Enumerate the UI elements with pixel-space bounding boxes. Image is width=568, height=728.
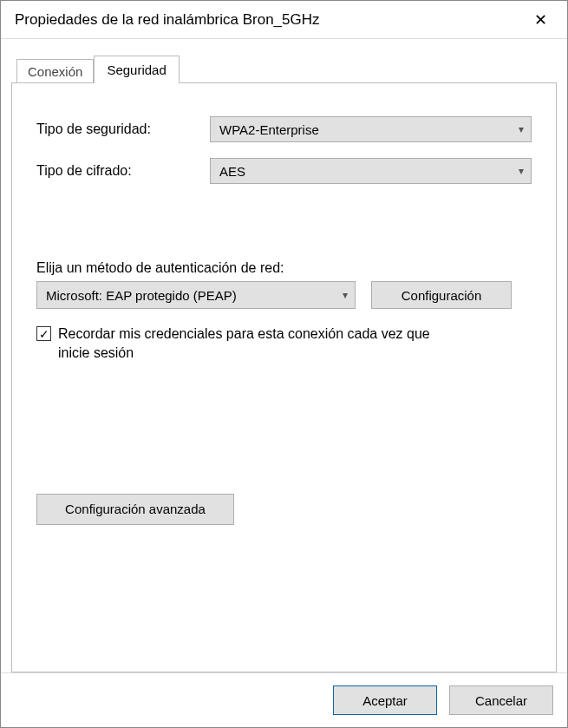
tab-strip: Conexión Seguridad bbox=[16, 55, 557, 82]
row-security-type: Tipo de seguridad: WPA2-Enterprise ▾ bbox=[36, 116, 532, 142]
tab-connection[interactable]: Conexión bbox=[16, 59, 94, 83]
security-type-select[interactable]: WPA2-Enterprise ▾ bbox=[210, 116, 532, 142]
auth-method-value: Microsoft: EAP protegido (PEAP) bbox=[46, 288, 237, 303]
ok-button[interactable]: Aceptar bbox=[333, 685, 437, 715]
remember-credentials-label: Recordar mis credenciales para esta cone… bbox=[58, 325, 431, 364]
tab-panel-security: Tipo de seguridad: WPA2-Enterprise ▾ Tip… bbox=[11, 82, 557, 672]
advanced-settings-button[interactable]: Configuración avanzada bbox=[36, 494, 234, 525]
row-remember-credentials: ✓ Recordar mis credenciales para esta co… bbox=[36, 325, 532, 364]
dialog-footer: Aceptar Cancelar bbox=[1, 672, 567, 727]
dialog-window: Propiedades de la red inalámbrica Bron_5… bbox=[0, 0, 568, 728]
row-encryption: Tipo de cifrado: AES ▾ bbox=[36, 158, 532, 184]
titlebar: Propiedades de la red inalámbrica Bron_5… bbox=[1, 1, 567, 39]
content-area: Conexión Seguridad Tipo de seguridad: WP… bbox=[1, 39, 567, 672]
tab-security[interactable]: Seguridad bbox=[94, 56, 179, 83]
close-icon[interactable]: ✕ bbox=[527, 10, 553, 30]
security-type-value: WPA2-Enterprise bbox=[219, 122, 319, 137]
row-advanced: Configuración avanzada bbox=[36, 494, 532, 525]
auth-method-label: Elija un método de autenticación de red: bbox=[36, 260, 532, 276]
encryption-label: Tipo de cifrado: bbox=[36, 163, 210, 179]
security-type-label: Tipo de seguridad: bbox=[36, 121, 210, 137]
cancel-button[interactable]: Cancelar bbox=[449, 685, 553, 715]
auth-method-select[interactable]: Microsoft: EAP protegido (PEAP) ▾ bbox=[36, 281, 356, 309]
chevron-down-icon: ▾ bbox=[519, 123, 524, 135]
chevron-down-icon: ▾ bbox=[343, 289, 348, 301]
window-title: Propiedades de la red inalámbrica Bron_5… bbox=[15, 11, 320, 29]
configure-button[interactable]: Configuración bbox=[371, 281, 512, 309]
chevron-down-icon: ▾ bbox=[519, 165, 524, 177]
remember-credentials-checkbox[interactable]: ✓ bbox=[36, 326, 51, 341]
checkmark-icon: ✓ bbox=[39, 328, 49, 340]
row-auth-method: Microsoft: EAP protegido (PEAP) ▾ Config… bbox=[36, 281, 532, 309]
encryption-select[interactable]: AES ▾ bbox=[210, 158, 532, 184]
encryption-value: AES bbox=[219, 164, 245, 179]
